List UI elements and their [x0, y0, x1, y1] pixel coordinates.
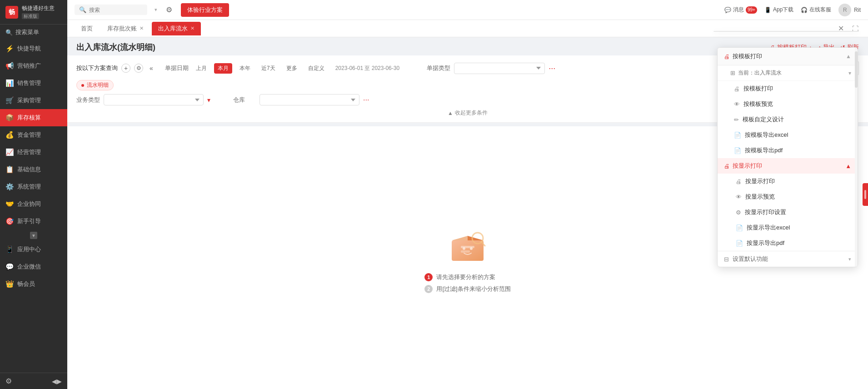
app-download-btn[interactable]: 📱 App下载 — [764, 6, 793, 14]
filter-collapse-btn[interactable]: « — [147, 64, 156, 73]
logo-icon: 畅 — [5, 6, 18, 19]
tab-close-all-btn[interactable]: ✕ — [835, 23, 846, 34]
dropdown-current-item[interactable]: ⊞ 当前：出入库流水 ▾ — [718, 65, 858, 81]
notifications-btn[interactable]: 💬 消息 99+ — [724, 6, 757, 14]
sidebar-item-wechat[interactable]: 💬 企业微信 — [0, 258, 67, 275]
print-template-icon: 🖨 — [734, 85, 740, 92]
topbar: 🔍 ▾ ⚙ 体验行业方案 💬 消息 99+ 📱 App下载 🎧 在线客服 — [67, 0, 868, 20]
topbar-nav-dropdown[interactable]: ▾ — [153, 7, 157, 13]
filter-add-btn[interactable]: + — [121, 64, 130, 73]
dropdown-item-export-pdf-template[interactable]: 📄 按模板导出pdf — [718, 143, 858, 158]
doc-type-more-btn[interactable]: ··· — [549, 64, 555, 73]
dropdown-scrollbar — [855, 48, 858, 267]
topbar-gear-btn[interactable]: ⚙ — [163, 4, 175, 16]
empty-state: 1 请先选择要分析的方案 2 用[过滤]条件来缩小分析范围 — [424, 222, 510, 293]
dropdown-item-print-display[interactable]: 🖨 按显示打印 — [718, 174, 858, 189]
biz-type-dropdown-icon[interactable]: ▾ — [207, 96, 210, 104]
date-btn-custom[interactable]: 自定义 — [304, 63, 328, 74]
avatar: R — [838, 4, 851, 16]
logo-text: 畅捷通好生意 标准版 — [22, 5, 55, 20]
sidebar-nav: ⚡ 快捷导航 📢 营销推广 📊 销售管理 🛒 采购管理 📦 库存核算 💰 资金管… — [0, 40, 67, 373]
wechat-icon: 💬 — [5, 263, 14, 271]
topbar-search-box[interactable]: 🔍 — [75, 5, 147, 15]
warehouse-select[interactable] — [259, 94, 359, 105]
date-btn-this-year[interactable]: 本年 — [236, 63, 254, 74]
sidebar-item-inventory[interactable]: 📦 库存核算 — [0, 109, 67, 126]
display-section-chevron-icon: ▲ — [845, 163, 851, 170]
current-item-icon: ⊞ — [730, 70, 735, 76]
date-btn-last-month[interactable]: 上月 — [192, 63, 210, 74]
filter-date-section: 单据日期 上月 本月 本年 近7天 更多 自定义 2023-06-01 至 20… — [165, 63, 399, 74]
dropdown-item-preview-template[interactable]: 👁 按模板预览 — [718, 96, 858, 112]
sidebar-item-operations[interactable]: 📈 经营管理 — [0, 144, 67, 161]
user-profile[interactable]: R Rit — [838, 4, 861, 16]
right-edge-handle[interactable] — [863, 183, 868, 206]
sidebar-scroll-down[interactable]: ▼ — [30, 232, 37, 239]
tab-expand-btn[interactable]: ⛶ — [850, 23, 861, 34]
date-btn-more[interactable]: 更多 — [283, 63, 301, 74]
search-topbar-icon: 🔍 — [79, 6, 86, 13]
headset-icon: 🎧 — [801, 7, 808, 13]
date-btn-this-month[interactable]: 本月 — [214, 63, 232, 74]
preview-template-icon: 👁 — [734, 101, 740, 108]
search-input[interactable] — [89, 7, 125, 13]
sidebar-item-system[interactable]: ⚙️ 系统管理 — [0, 178, 67, 195]
sidebar-item-quick-nav[interactable]: ⚡ 快捷导航 — [0, 40, 67, 57]
dropdown-item-export-excel-display[interactable]: 📄 按显示导出excel — [718, 220, 858, 235]
chevron-up-collapse-icon: ▲ — [448, 110, 453, 116]
filter-label: 按以下方案查询 + ⚙ « — [76, 64, 156, 73]
operations-icon: 📈 — [5, 148, 14, 156]
dropdown-item-preview-display[interactable]: 👁 按显示预览 — [718, 189, 858, 204]
doc-type-select[interactable] — [454, 63, 545, 74]
purchase-icon: 🛒 — [5, 96, 14, 105]
tabbar: 首页 库存批次账 ✕ 出入库流水 ✕ ✕ ⛶ — [67, 20, 868, 37]
dropdown-item-custom-design[interactable]: ✏ 模板自定义设计 — [718, 112, 858, 127]
tab-batch-account-close[interactable]: ✕ — [140, 25, 144, 31]
sidebar-search-item[interactable]: 🔍 搜索菜单 — [0, 25, 67, 40]
tab-batch-account[interactable]: 库存批次账 ✕ — [101, 22, 150, 35]
svg-point-7 — [463, 247, 465, 250]
warehouse-more-btn[interactable]: ··· — [363, 96, 369, 104]
dropdown-item-print-template[interactable]: 🖨 按模板打印 — [718, 81, 858, 96]
tab-flow[interactable]: 出入库流水 ✕ — [152, 22, 201, 35]
industry-solution-button[interactable]: 体验行业方案 — [181, 3, 229, 17]
biz-type-select[interactable] — [104, 94, 204, 105]
dropdown-scrollbar-thumb[interactable] — [855, 51, 858, 88]
dropdown-display-section-header[interactable]: 🖨 按显示打印 ▲ — [718, 158, 858, 174]
sidebar-item-marketing[interactable]: 📢 营销推广 — [0, 57, 67, 75]
sidebar-item-purchase[interactable]: 🛒 采购管理 — [0, 92, 67, 109]
date-btn-7days[interactable]: 近7天 — [258, 63, 279, 74]
dropdown-item-print-settings-display[interactable]: ⚙ 按显示打印设置 — [718, 204, 858, 220]
filter-settings-btn[interactable]: ⚙ — [134, 64, 143, 73]
dropdown-collapse-icon[interactable]: ▲ — [846, 53, 851, 60]
collapse-sidebar-icon[interactable]: ◀▶ — [52, 378, 62, 385]
current-chevron-icon: ▾ — [848, 70, 851, 76]
dropdown-item-export-excel-template[interactable]: 📄 按模板导出excel — [718, 127, 858, 143]
sidebar-item-sales[interactable]: 📊 销售管理 — [0, 75, 67, 92]
online-service-btn[interactable]: 🎧 在线客服 — [801, 6, 831, 14]
dropdown-item-export-pdf-display[interactable]: 📄 按显示导出pdf — [718, 235, 858, 251]
dropdown-set-default-btn[interactable]: ⊟ 设置默认功能 ▾ — [718, 251, 858, 267]
sidebar-item-basic[interactable]: 📋 基础信息 — [0, 161, 67, 178]
page-title: 出入库流水(流水明细) — [76, 42, 155, 53]
sidebar-item-enterprise[interactable]: 🤝 企业协同 — [0, 195, 67, 213]
sidebar-item-app-center[interactable]: 📱 应用中心 — [0, 241, 67, 258]
sidebar-item-finance[interactable]: 💰 资金管理 — [0, 126, 67, 144]
svg-marker-1 — [452, 236, 468, 240]
tab-flow-close[interactable]: ✕ — [190, 25, 195, 31]
dropdown-template-section: 🖨 按模板打印 👁 按模板预览 ✏ 模板自定义设计 📄 按模板导出excel 📄… — [718, 81, 858, 158]
sidebar-item-guide[interactable]: 🎯 新手引导 — [0, 213, 67, 230]
svg-point-8 — [470, 247, 473, 250]
tab-home[interactable]: 首页 — [75, 22, 99, 35]
settings-bottom-icon[interactable]: ⚙ — [5, 377, 12, 385]
print-dropdown-panel: 🖨 按模板打印 ▲ ⊞ 当前：出入库流水 ▾ 🖨 按模板打印 👁 按模板预览 ✏… — [717, 47, 858, 267]
empty-icon — [445, 222, 490, 268]
filter-tag-flow-detail[interactable]: 流水明细 — [76, 80, 114, 90]
footer-chevron-icon: ▾ — [848, 256, 851, 262]
date-range-display: 2023-06-01 至 2023-06-30 — [335, 65, 399, 72]
tag-dot — [81, 84, 84, 87]
sidebar-item-member[interactable]: 👑 畅会员 — [0, 275, 67, 293]
sales-icon: 📊 — [5, 79, 14, 87]
sidebar: 畅 畅捷通好生意 标准版 🔍 搜索菜单 ⚡ 快捷导航 📢 营销推广 📊 销售管理… — [0, 0, 67, 389]
printer-header-icon: 🖨 — [724, 53, 730, 60]
